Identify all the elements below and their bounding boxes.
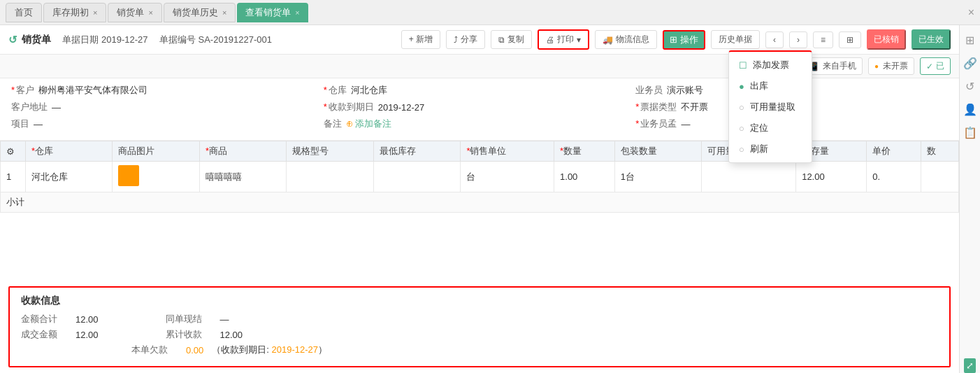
copy-button[interactable]: ⧉ 复制 — [491, 30, 532, 49]
outbound-label: 出库 — [750, 80, 768, 92]
salesperson-value: — — [681, 119, 690, 129]
trade-amount-label: 成交金额 — [21, 328, 70, 341]
row-unit: 台 — [461, 162, 554, 192]
operation-icon: ⊞ — [670, 34, 677, 45]
print-button[interactable]: 🖨 打印 ▾ — [538, 29, 589, 50]
locate-label: 定位 — [750, 122, 768, 134]
window-close-button[interactable]: × — [968, 6, 974, 19]
sold-button[interactable]: 已核销 — [867, 29, 906, 50]
warehouse-field: 仓库 河北仓库 — [324, 84, 636, 97]
effect-button[interactable]: 已生效 — [911, 29, 951, 50]
print-dropdown-icon: ▾ — [577, 35, 581, 45]
row-spec — [287, 162, 373, 192]
col-pack-qty: 包装数量 — [614, 141, 701, 162]
table-header-row: ⚙ *仓库 商品图片 *商品 规格型号 最低库存 *销售单位 *数量 包装数量 … — [1, 141, 959, 162]
sidebar-icon-4[interactable]: 👤 — [960, 100, 980, 119]
row-amount — [921, 162, 958, 192]
address-field: 客户地址 — — [11, 101, 324, 113]
print-icon: 🖨 — [546, 35, 554, 45]
row-product: 嘻嘻嘻嘻 — [199, 162, 286, 192]
tab-bar: 首页 库存期初 × 销货单 × 销货单历史 × 查看销货单 × × — [0, 0, 980, 25]
row-price: 0. — [867, 162, 921, 192]
table-row: 1 河北仓库 嘻嘻嘻嘻 台 1.00 1台 12.00 0. — [1, 162, 959, 192]
close-icon[interactable]: × — [222, 8, 226, 17]
close-icon[interactable]: × — [148, 8, 152, 17]
tab-view-sales[interactable]: 查看销货单 × — [237, 3, 308, 22]
close-icon[interactable]: × — [93, 8, 97, 17]
sidebar-icon-5[interactable]: 📋 — [960, 123, 980, 142]
row-qty: 1.00 — [554, 162, 615, 192]
tab-home-label: 首页 — [15, 6, 33, 19]
expand-icon[interactable]: ⤢ — [964, 358, 976, 373]
confirm-button[interactable]: ✓ 已 — [920, 57, 951, 75]
cumulative-label: 累计收款 — [166, 328, 215, 341]
payment-date-label: 收款到期日 — [324, 101, 374, 113]
cumulative-value: 12.00 — [220, 330, 243, 340]
staff-value: 演示账号 — [667, 84, 703, 97]
doc-meta: 单据日期 2019-12-27 单据编号 SA-20191227-001 — [62, 34, 272, 46]
not-open-button[interactable]: 未开票 — [868, 57, 914, 75]
tab-home[interactable]: 首页 — [6, 3, 42, 22]
payment-date-field: 收款到期日 2019-12-27 — [324, 101, 636, 113]
salesperson-label: 业务员孟 — [635, 118, 677, 130]
row-current-stock: 12.00 — [796, 162, 867, 192]
next-button[interactable]: › — [789, 31, 807, 48]
view1-button[interactable]: ≡ — [813, 31, 833, 48]
available-qty-item[interactable]: ○ 可用量提取 — [729, 97, 812, 118]
same-order-label: 同单现结 — [166, 313, 215, 325]
payment-date-value: 2019-12-27 — [378, 102, 425, 113]
date-label: 单据日期 — [62, 34, 99, 46]
add-invoice-item[interactable]: ☐ 添加发票 — [729, 55, 812, 76]
staff-label: 业务员 — [635, 84, 663, 97]
ticket-label: 票据类型 — [635, 101, 677, 113]
prev-button[interactable]: ‹ — [765, 31, 784, 48]
subtotal-row: 小计 — [1, 192, 959, 213]
new-button[interactable]: + 新增 — [401, 30, 440, 49]
add-invoice-label: 添加发票 — [753, 59, 789, 71]
add-icon: ⊕ — [346, 118, 353, 129]
share-button[interactable]: ⤴ 分享 — [446, 30, 485, 49]
locate-item[interactable]: ○ 定位 — [729, 118, 812, 139]
outbound-icon: ● — [739, 81, 744, 92]
add-note-button[interactable]: ⊕ 添加备注 — [346, 118, 392, 130]
row-min-stock — [373, 162, 460, 192]
close-icon[interactable]: × — [295, 8, 299, 17]
share-icon: ⤴ — [454, 35, 458, 45]
history-button[interactable]: 历史单据 — [711, 30, 760, 49]
check-icon: ✓ — [926, 62, 933, 71]
tab-sales-history[interactable]: 销货单历史 × — [164, 3, 236, 22]
payment-info-section: 收款信息 金额合计 12.00 同单现结 — 成交金额 12.00 累计收款 1… — [8, 286, 951, 367]
operation-button[interactable]: ⊞ 操作 — [663, 30, 705, 50]
project-field: 项目 — — [11, 118, 324, 130]
col-required-qty: *数量 — [554, 141, 615, 162]
view2-button[interactable]: ⊞ — [839, 31, 861, 48]
tab-sales-history-label: 销货单历史 — [173, 6, 218, 19]
address-label: 客户地址 — [11, 101, 48, 113]
available-qty-icon: ○ — [739, 102, 744, 113]
sidebar-icon-1[interactable]: ⊞ — [963, 31, 977, 50]
note-field: 备注 ⊕ 添加备注 — [324, 118, 636, 130]
col-amount: 数 — [921, 141, 958, 162]
warehouse-label: 仓库 — [324, 84, 347, 97]
locate-icon: ○ — [739, 123, 744, 134]
subtotal-label: 小计 — [1, 192, 959, 213]
sidebar-icon-2[interactable]: 🔗 — [960, 54, 980, 73]
sidebar-icon-3[interactable]: ↺ — [963, 77, 977, 96]
tab-inventory-init[interactable]: 库存期初 × — [43, 3, 106, 22]
customer-label: 客户 — [11, 84, 34, 97]
row-index: 1 — [1, 162, 26, 192]
tab-sales-order[interactable]: 销货单 × — [108, 3, 161, 22]
customer-value: 柳州粤港平安气体有限公司 — [38, 84, 147, 97]
toolbar: 📱 来自手机 未开票 ✓ 已 — [0, 55, 959, 78]
address-value: — — [52, 102, 61, 113]
warehouse-value: 河北仓库 — [351, 84, 387, 97]
outbound-item[interactable]: ● 出库 — [729, 76, 812, 97]
refresh-item[interactable]: ○ 刷新 — [729, 139, 812, 160]
customer-field: 客户 柳州粤港平安气体有限公司 — [11, 84, 324, 97]
col-required-unit: *销售单位 — [461, 141, 554, 162]
logistics-button[interactable]: 🚚 物流信息 — [595, 30, 657, 49]
same-order-value: — — [220, 314, 229, 325]
col-required-product: *商品 — [199, 141, 286, 162]
tab-view-sales-label: 查看销货单 — [245, 6, 291, 19]
form-section: 客户 柳州粤港平安气体有限公司 仓库 河北仓库 业务员 演示账号 客户地址 — — [0, 78, 959, 141]
